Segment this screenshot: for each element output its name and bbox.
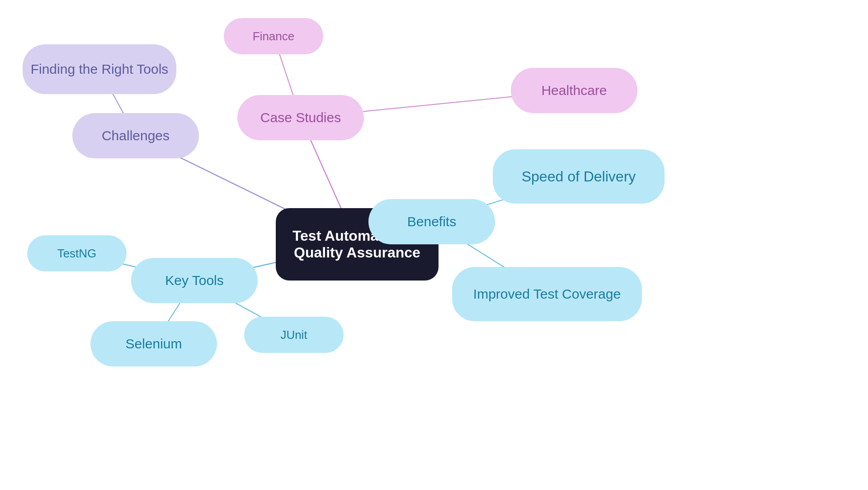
key-tools-label: Key Tools [165,273,224,288]
finance-node[interactable]: Finance [224,18,323,54]
improved-test-coverage-label: Improved Test Coverage [473,286,621,302]
testng-label: TestNG [57,247,97,261]
junit-node[interactable]: JUnit [244,317,344,353]
key-tools-node[interactable]: Key Tools [131,258,258,303]
challenges-node[interactable]: Challenges [72,113,199,158]
benefits-label: Benefits [407,214,456,229]
healthcare-node[interactable]: Healthcare [511,68,637,113]
healthcare-label: Healthcare [541,83,607,98]
case-studies-label: Case Studies [260,110,341,125]
case-studies-node[interactable]: Case Studies [237,95,364,140]
benefits-node[interactable]: Benefits [368,199,495,244]
selenium-node[interactable]: Selenium [90,321,217,366]
finance-label: Finance [253,29,295,43]
testng-node[interactable]: TestNG [27,235,127,271]
speed-of-delivery-label: Speed of Delivery [522,168,636,185]
speed-of-delivery-node[interactable]: Speed of Delivery [493,149,665,204]
junit-label: JUnit [280,328,307,342]
challenges-label: Challenges [102,128,170,143]
selenium-label: Selenium [125,336,182,352]
improved-test-coverage-node[interactable]: Improved Test Coverage [452,267,642,321]
finding-right-tools-node[interactable]: Finding the Right Tools [23,44,176,94]
finding-right-tools-label: Finding the Right Tools [31,62,169,77]
